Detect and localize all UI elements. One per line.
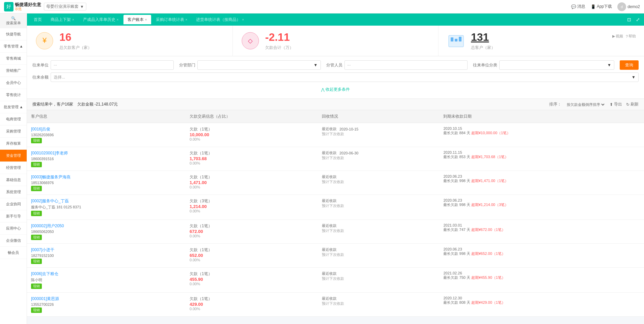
tab-product-manage[interactable]: 商品上下架 ×: [47, 15, 78, 24]
sidebar-item-system-mgmt[interactable]: 系统管理: [0, 186, 27, 198]
recent-label-0: 最近收款: [322, 126, 337, 131]
sidebar-item-basic-info[interactable]: 基础信息: [0, 174, 27, 186]
message-btn[interactable]: 💬 消息: [571, 4, 585, 9]
overdue-link-4[interactable]: 超期¥672.00（1笔）: [471, 228, 505, 232]
customer-tag-3: 现销: [31, 211, 42, 216]
data-table: 客户信息 欠款交易信息（占比） 回收情况 到期未收款日期 [0016]吕俊 13…: [27, 110, 644, 317]
overdue-link-5[interactable]: 超期¥652.00（1笔）: [471, 252, 505, 256]
app-download-btn[interactable]: 📱 App下载: [591, 4, 612, 9]
customer-name-link-1[interactable]: [0001020001]李老师: [31, 150, 181, 156]
refresh-btn[interactable]: ↻ 刷新: [626, 101, 639, 107]
unit-class-select[interactable]: ▼: [499, 60, 614, 70]
sidebar-item-retail-store[interactable]: 零售商城: [0, 53, 27, 65]
tab-restore-btn[interactable]: ⊡: [626, 16, 633, 23]
debt-amount-0: 10,000.00: [190, 132, 314, 137]
chevron-down-icon5: ▼: [632, 75, 636, 80]
sidebar-item-app-center[interactable]: 应用中心: [0, 223, 27, 235]
export-btn[interactable]: ⬆ 导出: [610, 101, 622, 107]
balance-select[interactable]: 选择... ▼: [51, 72, 639, 82]
from-unit-input[interactable]: ···: [51, 60, 174, 70]
tab-production-history[interactable]: 产成品入库单历史 ×: [79, 15, 123, 24]
tab-close-icon3[interactable]: ×: [145, 18, 147, 22]
dept-select[interactable]: ▼: [197, 60, 320, 70]
tab-customer-account[interactable]: 客户账本 ×: [123, 15, 151, 24]
due-date-3: 2020.06.23: [443, 198, 640, 202]
due-date-6: 2021.02.26: [443, 271, 640, 275]
max-days-0: 最长欠款 884 天 超期¥10,000.00（1笔）: [443, 130, 640, 136]
sidebar-item-ecommerce[interactable]: 电商管理: [0, 113, 27, 125]
debt-percent-5: 0.00%: [190, 258, 314, 262]
search-icon: 🔍: [11, 16, 16, 20]
company-selector[interactable]: 母婴行业演示账套 ▼: [44, 3, 86, 10]
next-label-2: 预计下次收款: [322, 179, 435, 184]
tab-close-icon2[interactable]: ×: [117, 18, 119, 22]
person-input[interactable]: ···: [344, 60, 468, 70]
sidebar-item-quick-nav[interactable]: 快捷导航: [0, 28, 27, 40]
tab-home[interactable]: 首页: [30, 15, 46, 24]
sidebar-item-inventory-check[interactable]: 库存核算: [0, 138, 27, 150]
sidebar-item-member-vip[interactable]: 畅会员: [0, 247, 27, 259]
tab-purchase-order[interactable]: 采购订单统计表 ×: [152, 15, 192, 24]
sidebar-item-finance-mgmt[interactable]: 资金管理: [0, 150, 27, 162]
chevron-down-icon3: ▼: [314, 63, 318, 67]
due-date-0: 2020.10.15: [443, 126, 640, 130]
tab-close-icon[interactable]: ×: [72, 18, 74, 22]
sidebar-item-enterprise-collab[interactable]: 企业协同: [0, 198, 27, 210]
overdue-link-0[interactable]: 超期¥10,000.00（1笔）: [471, 131, 510, 135]
customer-phone-7: 13552700226: [31, 302, 181, 306]
overdue-link-7[interactable]: 超期¥429.00（1笔）: [471, 300, 505, 304]
sort-select[interactable]: 按欠款金额倒序排序: [565, 102, 606, 107]
sidebar-item-retail-stats[interactable]: 零售统计: [0, 89, 27, 101]
collapse-button[interactable]: ⋀ 收起更多条件: [321, 87, 350, 92]
cell-debt-1: 欠款（1笔） 1,703.68 0.00%: [186, 147, 318, 171]
cell-due-7: 2020.12.30 最长欠款 808 天 超期¥429.00（1笔）: [439, 293, 644, 317]
card-info-total: 131 总客户（家）: [471, 31, 607, 51]
sidebar-item-marketing[interactable]: 营销推广: [0, 65, 27, 77]
top-bar: 好 畅捷通好生意 示范 母婴行业演示账套 ▼ 💬 消息 📱 App下载 d de…: [0, 0, 644, 13]
recent-label-5: 最近收款: [322, 247, 337, 252]
customer-name-link-4[interactable]: [000002]用户2050: [31, 223, 181, 229]
results-amount: 欠款金额 -21,148.07元: [77, 102, 118, 107]
search-button[interactable]: 查询: [620, 60, 639, 70]
overdue-link-3[interactable]: 超期¥1,214.00（3笔）: [471, 203, 508, 207]
sidebar-item-ops-mgmt[interactable]: 经营管理: [0, 162, 27, 174]
sidebar-item-batch-mgmt[interactable]: 批发管理 ▲: [0, 101, 27, 113]
debt-amount-1: 1,703.68: [190, 156, 314, 161]
user-menu[interactable]: d demo2: [617, 2, 640, 11]
customer-name-link-6[interactable]: [0006]去下粮仓: [31, 271, 181, 277]
customer-phone-4: 18665062050: [31, 230, 181, 234]
col-debt-info: 欠款交易信息（占比）: [186, 110, 318, 123]
filter-area: 往来单位 ··· 分管部门 ▼ 分管人员: [27, 56, 644, 99]
customer-name-link-7[interactable]: [000001]黄思源: [31, 296, 181, 302]
cell-due-0: 2020.10.15 最长欠款 884 天 超期¥10,000.00（1笔）: [439, 123, 644, 147]
video-btn[interactable]: ▶ 视频: [612, 34, 623, 39]
customer-name-link-5[interactable]: [0007]小迸干: [31, 247, 181, 253]
sidebar-item-new-guide[interactable]: 新手引导: [0, 210, 27, 223]
customer-name-link-3[interactable]: [0002]服务中心_丁磊: [31, 198, 181, 204]
overdue-link-2[interactable]: 超期¥1,471.00（1笔）: [471, 179, 508, 183]
sidebar-item-retail-mgmt[interactable]: 零售管理 ▲: [0, 40, 27, 53]
tab-close-icon5[interactable]: ×: [242, 18, 244, 22]
sidebar-search[interactable]: 🔍 搜索菜单: [0, 13, 27, 28]
customer-name-link-0[interactable]: [0016]吕俊: [31, 126, 181, 132]
tab-close-icon4[interactable]: ×: [186, 18, 188, 22]
cell-customer-6: [0006]去下粮仓 陈小明 现销: [27, 268, 186, 293]
sidebar-item-purchase-mgmt[interactable]: 采购管理: [0, 125, 27, 138]
customer-name-link-2[interactable]: [0003]畅捷服务尹海燕: [31, 174, 181, 180]
cell-debt-2: 欠款（1笔） 1,471.00 0.00%: [186, 171, 318, 195]
tab-fullscreen-btn[interactable]: ⤢: [635, 16, 641, 23]
summary-card-total: 131 总客户（家） ▶ 视频 ? 帮助: [439, 26, 644, 56]
message-icon: 💬: [571, 4, 576, 9]
overdue-link-1[interactable]: 超期¥1,703.68（1笔）: [471, 155, 508, 159]
sidebar-item-enterprise-wechat[interactable]: 企业微信: [0, 235, 27, 247]
tab-inventory-stats[interactable]: 进货单统计表（按商品） ×: [192, 15, 248, 24]
sidebar-item-member-center[interactable]: 会员中心: [0, 77, 27, 89]
total-label: 总客户（家）: [471, 45, 607, 51]
cell-recovery-4: 最近收款 预计下次收款: [318, 220, 439, 244]
balance-label: 往来余额: [32, 75, 49, 80]
overdue-link-6[interactable]: 超期¥455.90（1笔）: [471, 275, 505, 279]
chevron-up-icon: ⋀: [321, 87, 325, 92]
debt-desc-7: 欠款（1笔）: [190, 296, 314, 302]
help-btn[interactable]: ? 帮助: [626, 34, 636, 39]
sidebar: 🔍 搜索菜单 快捷导航 零售管理 ▲ 零售商城 营销推广 会员中心 零售统计 批…: [0, 13, 27, 324]
